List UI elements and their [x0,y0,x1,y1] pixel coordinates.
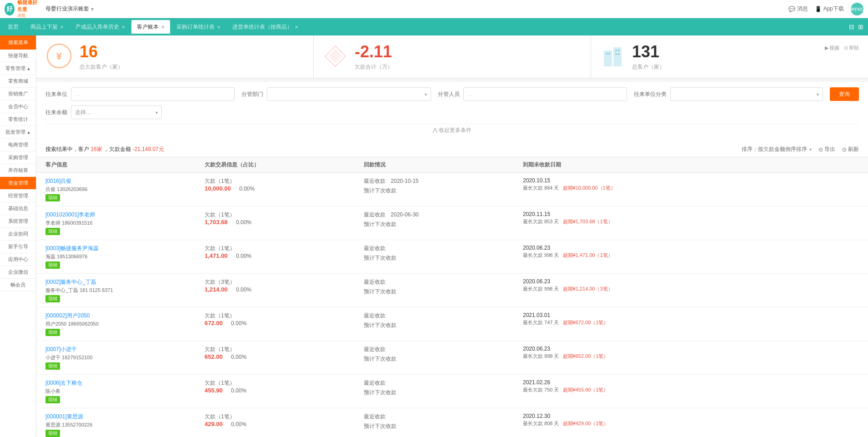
filter-from-unit-label: 往来单位 [45,90,67,98]
sidebar-item-finance[interactable]: 资金管理 [0,177,36,190]
video-btn[interactable]: ▶ 视频 [825,45,839,51]
customer-name-6[interactable]: [0006]去下粮仓 [45,379,205,387]
stat-icon-yuan: ¥ [45,42,73,71]
balance-select[interactable]: 选择... ▾ [71,105,162,119]
export-btn[interactable]: ⊙ 导出 [818,146,835,153]
tab-home[interactable]: 首页 [2,20,24,34]
sidebar-item-guide[interactable]: 新手引导 [0,241,36,253]
customer-info-1: [0001020001]李老师 李老师 18600391516 现销 [45,211,205,235]
table-header: 客户信息 欠款交易信息（占比） 回款情况 到期未收款日期 [36,157,868,173]
customer-name-5[interactable]: [0007]小进干 [45,346,205,353]
filter-person-label: 分管人员 [438,90,460,98]
col-header-overdue: 到期未收款日期 [523,161,859,169]
sidebar-item-enterprise[interactable]: 企业协同 [0,228,36,241]
stat-icon-building [600,44,625,70]
store-selector[interactable]: 母婴行业演示账套 ▾ [45,5,94,13]
sidebar-item-ecommerce[interactable]: 电商管理 [0,139,36,151]
tab-product-shelf[interactable]: 商品上下架 ✕ [25,20,69,34]
filter-person: 分管人员 ... [438,87,627,101]
sidebar-item-retail-stats[interactable]: 零售统计 [0,113,36,126]
tab-close-2[interactable]: ✕ [121,25,125,30]
customer-info-7: [000001]黄思源 黄思源 13552700226 现销 [45,413,205,437]
tab-customer-account[interactable]: 客户账本 ✕ [131,20,170,34]
from-unit-input[interactable]: ... [71,87,235,101]
customer-info-5: [0007]小进干 小进干 18279152100 现销 [45,346,205,370]
customer-phone-2: 海蕊 18513066976 [45,253,205,260]
debt-info-0: 欠款（1笔） 10,000.00 0.00% [205,177,364,192]
tab-close-4[interactable]: ✕ [217,25,221,30]
overdue-info-3: 2020.06.23 最长欠款 998 天 超期¥1,214.00（3笔） [523,278,859,292]
stat-total-debt: -2.11 欠款合计（万） [314,35,591,78]
sidebar-item-system[interactable]: 系统管理 [0,215,36,228]
person-input[interactable]: ... [463,87,627,101]
debt-info-3: 欠款（3笔） 1,214.00 0.00% [205,278,364,293]
sidebar-search[interactable]: 搜索菜单 [0,35,36,50]
collapse-more-btn[interactable]: ⋀ 收起更多条件 [45,124,859,136]
maximize-icon[interactable]: ⊞ [858,23,863,30]
unit-class-select[interactable]: ▾ [670,87,823,101]
collection-info-4: 最近收款 预计下次收款 [364,312,523,329]
store-name: 母婴行业演示账套 [45,5,89,13]
query-button[interactable]: 查询 [830,87,859,101]
sidebar-item-business[interactable]: 经营管理 [0,190,36,202]
tab-stock-history[interactable]: 产成品入库单历史 ✕ [70,20,130,34]
dept-select[interactable]: ▾ [267,87,431,101]
col-header-customer: 客户信息 [45,161,205,169]
stat-label-1: 总欠款客户（家） [80,63,123,71]
sidebar-item-member[interactable]: 会员中心 [0,100,36,113]
tab-close-3[interactable]: ✕ [161,25,165,30]
stats-row: ¥ 16 总欠款客户（家） [36,35,868,78]
message-btn[interactable]: 💬 消息 [788,5,808,13]
video-icon: ▶ [825,45,828,51]
tab-purchase-stats[interactable]: 采购订单统计表 ✕ [171,20,226,34]
overdue-info-0: 2020.10.15 最长欠款 884 天 超期¥10,000.00（1笔） [523,177,859,191]
sort-label: 排序：按欠款金额倒序排序 [742,146,807,153]
debt-info-7: 欠款（1笔） 429.00 0.00% [205,413,364,427]
sidebar-item-wechat[interactable]: 企业微信 [0,266,36,279]
stat-total-customers: 131 总客户（家） ▶ 视频 ⊙ 帮助 [591,35,868,78]
sidebar-item-retail-mgmt[interactable]: 零售管理 ▲ [0,62,36,75]
customer-name-1[interactable]: [0001020001]李老师 [45,211,205,219]
sidebar-nav[interactable]: 快捷导航 [0,50,36,62]
svg-text:¥: ¥ [56,50,62,62]
customer-tag-7: 现销 [45,430,60,437]
debt-info-4: 欠款（1笔） 672.00 0.00% [205,312,364,326]
mobile-icon: 📱 [815,6,822,12]
avatar[interactable]: demo2 [851,3,863,15]
app-wrapper: 好 畅捷通好生意 示范 母婴行业演示账套 ▾ 💬 消息 📱 App下载 demo… [0,0,868,437]
customer-name-2[interactable]: [0003]畅捷服务尹海蕊 [45,245,205,252]
table-row: [000001]黄思源 黄思源 13552700226 现销 欠款（1笔） 42… [36,408,868,437]
stat-content-1: 16 总欠款客户（家） [80,42,123,71]
refresh-btn[interactable]: ⊙ 刷新 [842,146,859,153]
collapse-icon: ⋀ [433,127,437,133]
sort-selector[interactable]: 排序：按欠款金额倒序排序 ▾ [742,146,812,153]
sidebar-item-app-center[interactable]: 应用中心 [0,253,36,266]
app-download-btn[interactable]: 📱 App下载 [815,5,844,13]
sidebar-item-marketing[interactable]: 营销推广 [0,88,36,100]
sidebar-item-purchase[interactable]: 采购管理 [0,151,36,164]
sidebar-item-basic-info[interactable]: 基础信息 [0,202,36,215]
help-btn[interactable]: ⊙ 帮助 [844,45,859,51]
sidebar-item-wholesale[interactable]: 批发管理 ▲ [0,126,36,139]
main-layout: 搜索菜单 快捷导航 零售管理 ▲ 零售商城 营销推广 会员中心 零售统计 批发管… [0,35,868,437]
stat-label-3: 总客户（家） [632,63,665,71]
sidebar-item-vip[interactable]: 畅会员 [0,279,36,291]
tab-close-1[interactable]: ✕ [60,25,64,30]
collection-info-6: 最近收款 预计下次收款 [364,379,523,397]
tab-close-5[interactable]: ✕ [295,25,298,30]
sidebar-item-inventory[interactable]: 库存核算 [0,164,36,177]
stat-value-2: -2.11 [355,42,393,61]
customer-info-3: [0002]服务中心_丁磊 服务中心_丁磊 181 0125 8371 现销 [45,278,205,302]
customer-name-4[interactable]: [000002]用户2050 [45,312,205,320]
sidebar-item-retail-mall[interactable]: 零售商城 [0,75,36,88]
tab-stock-stats[interactable]: 进货单统计表（按商品） ✕ [227,20,304,34]
customer-name-3[interactable]: [0002]服务中心_丁磊 [45,278,205,286]
minimize-icon[interactable]: ⊟ [849,23,854,30]
results-actions: 排序：按欠款金额倒序排序 ▾ ⊙ 导出 ⊙ 刷新 [742,146,859,153]
collection-info-2: 最近收款 预计下次收款 [364,245,523,262]
customer-name-7[interactable]: [000001]黄思源 [45,413,205,421]
customer-tag-1: 现销 [45,228,60,235]
table-row: [0001020001]李老师 李老师 18600391516 现销 欠款（1笔… [36,206,868,240]
customer-name-0[interactable]: [0016]吕俊 [45,177,205,185]
table-row: [0007]小进干 小进干 18279152100 现销 欠款（1笔） 652.… [36,341,868,375]
